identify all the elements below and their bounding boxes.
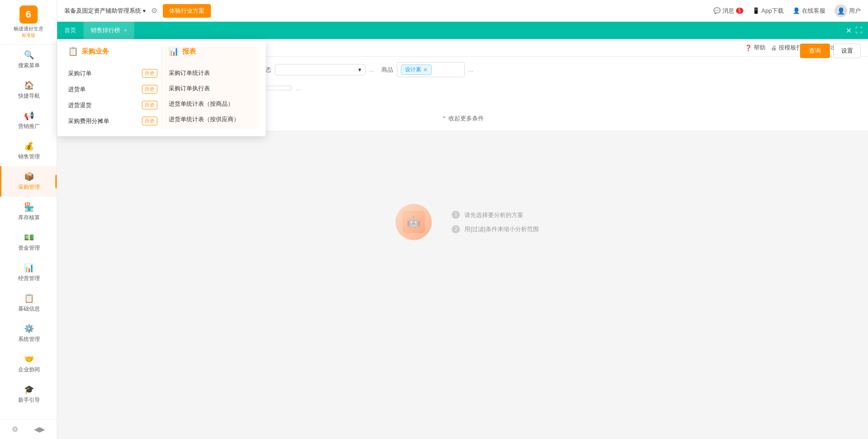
sidebar-item-label: 经营管理 xyxy=(18,275,40,282)
sidebar-item-operation[interactable]: 📊 经营管理 xyxy=(0,257,57,288)
report-col: 📊 报表 采购订单统计表 采购订单执行表 进货单统计表（按商品） 进货单统计表（… xyxy=(161,46,258,129)
user-label: 用户 xyxy=(849,7,861,15)
doc-status-dots[interactable]: ... xyxy=(369,66,374,73)
tab-home[interactable]: 首页 xyxy=(57,22,83,39)
print-icon: 🖨 xyxy=(771,44,777,51)
online-service-label: 在线客服 xyxy=(802,7,825,15)
app-download-item[interactable]: 📱 App下载 xyxy=(752,7,784,15)
dropdown-item-return[interactable]: 进货退货 历史 xyxy=(68,97,157,113)
purchase-section-icon: 📋 xyxy=(68,46,78,56)
dropdown-item-po-exec[interactable]: 采购订单执行表 xyxy=(169,81,255,96)
search-icon: 🔍 xyxy=(24,50,34,60)
messages-item[interactable]: 💬 消息 5 xyxy=(713,7,743,15)
history-badge-cost-alloc[interactable]: 历史 xyxy=(142,117,157,125)
tabs-close-icon[interactable]: ✕ xyxy=(846,26,852,35)
enterprise-icon: 🤝 xyxy=(24,354,34,364)
app-logo: 6 畅捷通好生意 标准版 xyxy=(0,0,57,44)
sidebar-item-label: 搜索菜单 xyxy=(18,62,40,69)
salesperson-dots[interactable]: ... xyxy=(296,85,301,92)
collapse-icon: ⌃ xyxy=(442,115,447,122)
dropdown-item-purchase-order[interactable]: 采购订单 历史 xyxy=(68,65,157,81)
goods-input[interactable]: 设计素 ✕ xyxy=(397,62,465,77)
report-section-title: 📊 报表 xyxy=(169,46,255,60)
goods-tag: 设计素 ✕ xyxy=(401,64,432,75)
header-settings-icon[interactable]: ⚙ xyxy=(151,6,157,15)
guide-icon: 🎓 xyxy=(24,385,34,395)
sidebar-item-label: 库存核算 xyxy=(18,214,40,222)
sidebar-item-sales[interactable]: 💰 销售管理 xyxy=(0,136,57,166)
history-badge-purchase-order[interactable]: 历史 xyxy=(142,69,157,78)
phone-icon: 📱 xyxy=(752,7,760,14)
sidebar-item-label: 新手引导 xyxy=(18,396,40,404)
dropdown-item-incoming-by-supplier[interactable]: 进货单统计表（按供应商） xyxy=(169,112,255,127)
empty-text: 1 请先选择要分析的方案 2 用[过滤]条件来缩小分析范围 xyxy=(452,210,538,235)
sidebar-item-purchase[interactable]: 📦 采购管理 xyxy=(0,166,57,197)
collapse-sidebar-icon[interactable]: ◀▶ xyxy=(34,425,45,434)
message-icon: 💬 xyxy=(713,7,721,14)
sidebar-item-enterprise[interactable]: 🤝 企业协同 xyxy=(0,349,57,379)
purchase-dropdown-menu: 📋 采购业务 采购订单 历史 进货单 历史 进货退货 历史 采购费用分摊单 历史 xyxy=(57,39,266,136)
app-download-label: App下载 xyxy=(761,7,784,15)
system-title: 装备及固定资产辅助管理系统 xyxy=(64,7,141,15)
settings-bottom-icon[interactable]: ⚙ xyxy=(12,425,18,434)
sidebar-item-finance[interactable]: 💵 资金管理 xyxy=(0,227,57,257)
dropdown-chevron-icon: ▾ xyxy=(143,8,146,14)
sidebar-item-marketing[interactable]: 📢 营销推广 xyxy=(0,105,57,136)
settings-button[interactable]: 设置 xyxy=(834,44,861,58)
doc-status-filter-group: 单据状态 ▾ ... xyxy=(248,64,374,75)
help-item[interactable]: ❓ 帮助 xyxy=(745,44,766,52)
tab-sales-rank-label: 销售排行榜 xyxy=(91,26,120,35)
goods-tag-close-icon[interactable]: ✕ xyxy=(423,67,428,73)
basic-info-icon: 📋 xyxy=(24,293,34,303)
tab-close-icon[interactable]: × xyxy=(124,27,127,34)
query-button[interactable]: 查询 xyxy=(800,44,830,58)
help-label: 帮助 xyxy=(754,44,766,52)
purchase-business-title: 📋 采购业务 xyxy=(68,46,157,60)
purchase-icon: 📦 xyxy=(24,172,34,182)
help-icon: ❓ xyxy=(745,44,752,51)
avatar: 👤 xyxy=(834,5,847,17)
sidebar-item-label: 营销推广 xyxy=(18,123,40,130)
goods-filter-group: 商品 设计素 ✕ ... xyxy=(381,62,473,77)
sidebar-item-basic-info[interactable]: 📋 基础信息 xyxy=(0,288,57,318)
logo-text: 畅捷通好生意 标准版 xyxy=(14,25,44,39)
online-service-item[interactable]: 👤 在线客服 xyxy=(793,7,825,15)
tabs-right-controls: ✕ ⛶ xyxy=(846,26,868,35)
sidebar-item-quick-nav[interactable]: 🏠 快捷导航 xyxy=(0,75,57,105)
action-buttons: 查询 设置 xyxy=(800,44,861,58)
sidebar-item-label: 企业协同 xyxy=(18,366,40,374)
dropdown-item-incoming-by-goods[interactable]: 进货单统计表（按商品） xyxy=(169,96,255,112)
sidebar-item-guide[interactable]: 🎓 新手引导 xyxy=(0,379,57,409)
user-item[interactable]: 👤 用户 xyxy=(834,5,861,17)
tabs-bar: 首页 销售排行榜 × ✕ ⛶ xyxy=(57,22,868,39)
tab-home-label: 首页 xyxy=(64,26,76,35)
sidebar-item-label: 资金管理 xyxy=(18,244,40,252)
sidebar-item-search[interactable]: 🔍 搜索菜单 xyxy=(0,44,57,75)
history-badge-incoming[interactable]: 历史 xyxy=(142,85,157,94)
sidebar-nav: 🔍 搜索菜单 🏠 快捷导航 📢 营销推广 💰 销售管理 📦 采购管理 🏪 库存核… xyxy=(0,44,57,419)
dropdown-item-cost-alloc[interactable]: 采购费用分摊单 历史 xyxy=(68,113,157,129)
tabs-maximize-icon[interactable]: ⛶ xyxy=(855,26,863,35)
app-header: 装备及固定资产辅助管理系统 ▾ ⚙ 体验行业方案 💬 消息 5 📱 App下载 … xyxy=(57,0,868,22)
sidebar-item-inventory[interactable]: 🏪 库存核算 xyxy=(0,197,57,227)
dropdown-item-incoming[interactable]: 进货单 历史 xyxy=(68,81,157,97)
sidebar-item-label: 系统管理 xyxy=(18,335,40,343)
sidebar-item-label: 销售管理 xyxy=(18,153,40,161)
sales-icon: 💰 xyxy=(24,141,34,151)
operation-icon: 📊 xyxy=(24,263,34,273)
header-right: 💬 消息 5 📱 App下载 👤 在线客服 👤 用户 xyxy=(713,5,861,17)
system-title-dropdown[interactable]: 装备及固定资产辅助管理系统 ▾ xyxy=(64,7,146,15)
dropdown-grid: 📋 采购业务 采购订单 历史 进货单 历史 进货退货 历史 采购费用分摊单 历史 xyxy=(64,46,258,129)
marketing-icon: 📢 xyxy=(24,111,34,121)
collapse-label: 收起更多条件 xyxy=(449,114,484,123)
tab-sales-rank[interactable]: 销售排行榜 × xyxy=(83,22,134,39)
sidebar-item-system[interactable]: ⚙️ 系统管理 xyxy=(0,318,57,349)
industry-plan-button[interactable]: 体验行业方案 xyxy=(163,4,211,18)
history-badge-return[interactable]: 历史 xyxy=(142,101,157,109)
purchase-business-col: 📋 采购业务 采购订单 历史 进货单 历史 进货退货 历史 采购费用分摊单 历史 xyxy=(64,46,161,129)
goods-dots[interactable]: ... xyxy=(468,66,473,73)
messages-badge: 5 xyxy=(736,8,743,14)
doc-status-select[interactable]: ▾ xyxy=(275,64,366,75)
inventory-icon: 🏪 xyxy=(24,202,34,212)
dropdown-item-po-stats[interactable]: 采购订单统计表 xyxy=(169,65,255,81)
